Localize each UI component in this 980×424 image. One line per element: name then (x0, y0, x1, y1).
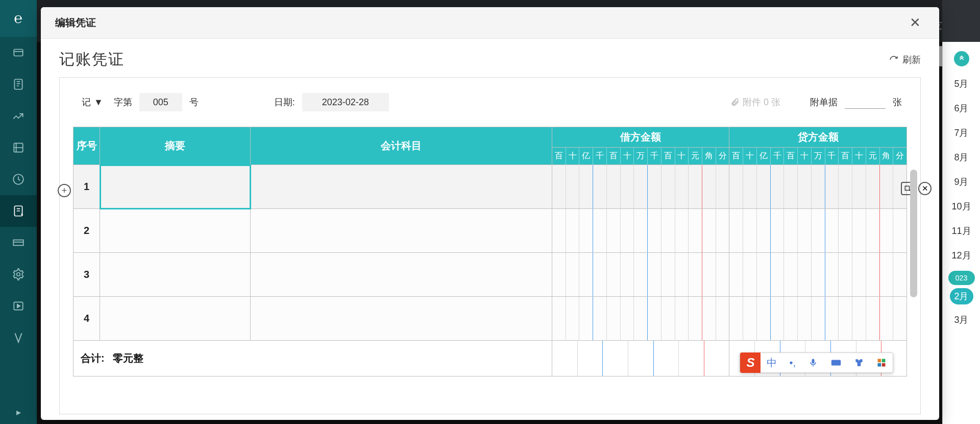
summary-cell[interactable] (100, 253, 251, 297)
app-sidebar: ℮ ▸ (0, 0, 37, 424)
attachment-info[interactable]: 附件 0 张 (730, 96, 780, 108)
hao-label: 号 (189, 96, 199, 108)
month-item[interactable]: 9月 (943, 170, 980, 194)
svg-rect-8 (831, 360, 841, 366)
credit-cell[interactable] (729, 165, 907, 209)
ime-keyboard-icon[interactable] (824, 353, 848, 372)
th-index: 序号 (74, 127, 100, 165)
modal-close-button[interactable]: ✕ (905, 13, 925, 33)
nav-item-voucher[interactable] (0, 195, 37, 227)
fudanju-input[interactable] (845, 96, 886, 109)
meta-row: 记 ▼ 字第 号 日期: 附件 0 张 附单据 张 (73, 93, 907, 111)
month-item[interactable]: 11月 (943, 219, 980, 243)
ime-toolbar[interactable]: S 中 •, (740, 352, 893, 373)
app-logo: ℮ (0, 0, 37, 37)
row-index: 2 (74, 209, 100, 253)
svg-rect-10 (882, 359, 886, 363)
zhang-label: 张 (893, 96, 902, 108)
summary-cell[interactable] (100, 165, 251, 209)
summary-input[interactable] (100, 164, 250, 207)
nav-item-7[interactable] (0, 227, 37, 258)
ime-punct-icon[interactable]: •, (783, 353, 802, 372)
modal-header: 编辑凭证 ✕ (41, 7, 939, 39)
month-item[interactable]: 6月 (943, 96, 980, 121)
month-active[interactable]: 2月 (950, 288, 973, 304)
dropdown-icon: ▼ (94, 97, 103, 108)
total-label: 合计: (81, 352, 105, 364)
account-cell[interactable] (251, 297, 552, 341)
svg-rect-1 (14, 79, 22, 89)
credit-cell[interactable] (729, 209, 907, 253)
voucher-number-input[interactable] (139, 93, 182, 111)
row-delete-button[interactable]: ✕ (918, 182, 932, 195)
voucher-table: 序号 摘要 会计科目 借方金额 贷方金额 百十亿千百十万千百十元角分 百十亿千百… (73, 127, 907, 376)
table-row: 1 (74, 165, 907, 209)
refresh-button[interactable]: 刷新 (889, 54, 921, 66)
month-item[interactable]: 5月 (943, 72, 980, 96)
account-cell[interactable] (251, 253, 552, 297)
table-row: 4 (74, 297, 907, 341)
nav-item-10[interactable] (0, 322, 37, 354)
ime-grid-icon[interactable] (870, 353, 893, 372)
nav-item-4[interactable] (0, 132, 37, 163)
add-row-button[interactable]: + (58, 184, 71, 197)
voucher-type-select[interactable]: 记 ▼ (78, 93, 107, 111)
year-chip[interactable]: 023 (948, 271, 975, 285)
nav-item-3[interactable] (0, 100, 37, 132)
th-account: 会计科目 (251, 127, 552, 165)
credit-cell[interactable] (729, 297, 907, 341)
th-debit: 借方金额 (552, 127, 729, 148)
debit-cell[interactable] (552, 253, 729, 297)
nav-item-5[interactable] (0, 163, 37, 195)
voucher-table-wrap: + ✕ 序号 摘要 会计科目 (73, 127, 907, 376)
summary-cell[interactable] (100, 297, 251, 341)
debit-cell[interactable] (552, 297, 729, 341)
refresh-icon (889, 55, 898, 64)
nav-item-1[interactable] (0, 37, 37, 68)
summary-cell[interactable] (100, 209, 251, 253)
ime-skin-icon[interactable] (848, 353, 870, 372)
inner-scrollbar[interactable] (910, 170, 917, 297)
month-item[interactable]: 10月 (943, 194, 980, 219)
refresh-label: 刷新 (902, 54, 921, 66)
th-summary: 摘要 (100, 127, 251, 165)
month-item[interactable]: 8月 (943, 145, 980, 170)
month-item[interactable]: 7月 (943, 121, 980, 145)
th-credit: 贷方金额 (729, 127, 907, 148)
row-index: 3 (74, 253, 100, 297)
svg-rect-0 (14, 50, 22, 56)
month-item[interactable]: 12月 (943, 243, 980, 268)
attachment-label: 附件 0 张 (743, 96, 780, 108)
account-cell[interactable] (251, 165, 552, 209)
credit-cell[interactable] (729, 253, 907, 297)
fudanju-label: 附单据 (810, 96, 838, 108)
nav-item-2[interactable] (0, 68, 37, 100)
month-item[interactable]: 3月 (943, 308, 980, 332)
scroll-top-button[interactable] (954, 51, 969, 66)
svg-rect-7 (905, 186, 909, 190)
ime-lang[interactable]: 中 (761, 353, 783, 372)
svg-rect-9 (878, 359, 881, 363)
nav-item-settings[interactable] (0, 258, 37, 290)
modal-title: 编辑凭证 (55, 16, 96, 30)
voucher-type-label: 记 (82, 96, 91, 108)
total-debit (552, 341, 729, 376)
svg-rect-12 (882, 363, 886, 367)
th-credit-units: 百十亿千百十万千百十元角分 (729, 148, 907, 165)
th-debit-units: 百十亿千百十万千百十元角分 (552, 148, 729, 165)
date-label: 日期: (274, 96, 295, 108)
table-row: 3 (74, 253, 907, 297)
row-index: 4 (74, 297, 100, 341)
ime-mic-icon[interactable] (802, 353, 824, 372)
svg-point-5 (17, 273, 20, 276)
account-cell[interactable] (251, 209, 552, 253)
nav-item-9[interactable] (0, 290, 37, 322)
total-text: 零元整 (113, 352, 143, 364)
debit-cell[interactable] (552, 209, 729, 253)
row-index: 1 (74, 165, 100, 209)
sogou-logo-icon: S (740, 352, 761, 373)
month-panel: 5月 6月 7月 8月 9月 10月 11月 12月 023 2月 3月 (942, 42, 980, 424)
sidebar-expand[interactable]: ▸ (0, 407, 37, 418)
debit-cell[interactable] (552, 165, 729, 209)
voucher-date-input[interactable] (302, 93, 389, 111)
